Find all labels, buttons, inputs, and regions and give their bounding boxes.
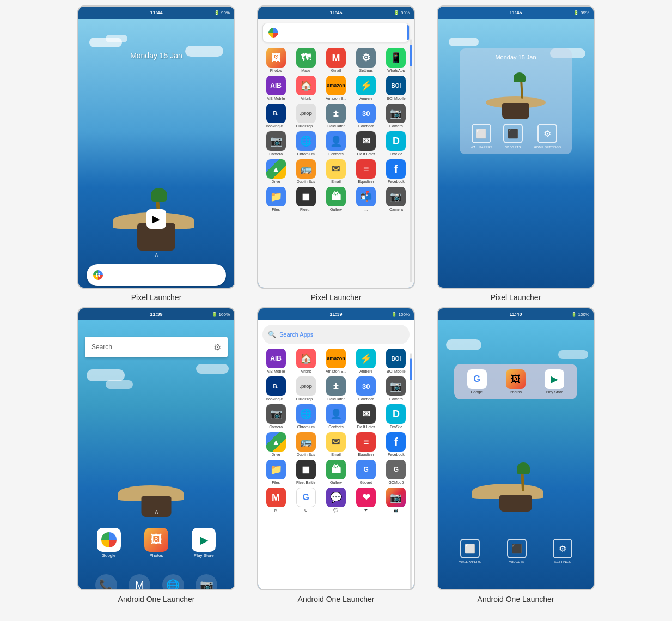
gboard-item[interactable]: GGboard [353, 460, 380, 484]
app-files[interactable]: 📁Files [262, 187, 289, 211]
dock-photos[interactable]: 🖼 Photos [144, 528, 168, 558]
contacts-item[interactable]: 👤Contacts [322, 404, 349, 429]
app-buildprop[interactable]: .propBuildProp... [292, 104, 319, 128]
app-whatsapp[interactable]: 📱WhatsApp [383, 48, 410, 72]
fleet-item[interactable]: ◼Fleet Battle [292, 460, 319, 484]
app-boi[interactable]: BOIBOI Mobile [383, 76, 410, 100]
widgets-action[interactable]: ⬛ WIDGETS [503, 124, 523, 149]
widgets-icon-6: ⬛ [507, 539, 527, 558]
time-6: 11:40 [509, 312, 522, 317]
facebook-item[interactable]: fFacebook [383, 432, 410, 456]
battery-icon-2: 🔋 [394, 10, 399, 15]
dock-google[interactable]: Google [97, 528, 121, 558]
status-bar-5: 11:39 🔋 100% [258, 308, 414, 320]
google-search-bar-1[interactable]: G [87, 264, 226, 286]
app-booking[interactable]: B.Booking.c... [262, 104, 289, 128]
ampere-item[interactable]: ⚡Ampere [353, 349, 380, 373]
folder-playstore[interactable]: ▶ Play Store [537, 369, 572, 394]
gallery-item[interactable]: 🏔Gallery [322, 460, 349, 484]
play-store-home[interactable]: ▶ [146, 209, 166, 229]
home-settings-action[interactable]: ⚙ HOME SETTINGS [534, 124, 561, 149]
app-dublinbus[interactable]: 🚌Dublin Bus [292, 159, 319, 184]
gcmod-item[interactable]: GGCMod5 [383, 460, 410, 484]
settings-action-6[interactable]: ⚙ SETTINGS [553, 539, 572, 563]
app-doitlater[interactable]: ✉Do It Later [353, 131, 380, 156]
widgets-action-6[interactable]: ⬛ WIDGETS [507, 539, 527, 563]
folder-google[interactable]: G Google [460, 369, 494, 394]
phone-android-one-context: 11:40 🔋 100% G Google [431, 307, 600, 604]
bottom-dock-4: 📞 M 🌐 📷 [78, 574, 234, 590]
app-chromium[interactable]: 🌐Chromium [292, 131, 319, 156]
app-calendar[interactable]: 30Calendar [353, 104, 380, 128]
app-maps[interactable]: 🗺Maps [292, 48, 319, 72]
app-photos[interactable]: 🖼Photos [262, 48, 289, 72]
app-calculator[interactable]: ±Calculator [322, 104, 349, 128]
email-item[interactable]: ✉Email [322, 432, 349, 456]
wallpapers-action-6[interactable]: ⬜ WALLPAPERS [459, 539, 481, 563]
app-gmail[interactable]: MGmail [322, 48, 349, 72]
app-camera2[interactable]: 📷Camera [262, 131, 289, 156]
calc-item[interactable]: ±Calculator [322, 376, 349, 401]
app-gallery[interactable]: 🏔Gallery [322, 187, 349, 211]
equaliser-item[interactable]: ≡Equaliser [353, 432, 380, 456]
app-fleet[interactable]: ◼Fleet... [292, 187, 319, 211]
app-equaliser[interactable]: ≡Equaliser [353, 159, 380, 184]
camera2-item[interactable]: 📷Camera [262, 404, 289, 429]
wallpapers-action[interactable]: ⬜ WALLPAPERS [471, 124, 492, 149]
dublinbus-item[interactable]: 🚌Dublin Bus [292, 432, 319, 456]
doitlater-item[interactable]: ✉Do It Later [353, 404, 380, 429]
folder-photos[interactable]: 🖼 Photos [498, 369, 533, 394]
aib-icon-5: AIB [266, 349, 286, 368]
app-drive[interactable]: ▲Drive [262, 159, 289, 184]
app-facebook[interactable]: fFacebook [383, 159, 410, 184]
amazon-item[interactable]: amazonAmazon S... [322, 349, 349, 373]
phone-dock-icon[interactable]: 📞 [95, 574, 117, 590]
phone-android-one-drawer: 11:39 🔋 100% 🔍 Search Apps AIBAIB Mobile… [252, 307, 420, 604]
camera-dock-icon[interactable]: 📷 [196, 574, 217, 590]
app-airbnb[interactable]: 🏠Airbnb [292, 76, 319, 100]
app-aib[interactable]: AIBAIB Mobile [262, 76, 289, 100]
folder-photos-label: Photos [510, 390, 522, 394]
context-date: Monday 15 Jan [465, 54, 566, 60]
drawer-search-bar[interactable] [262, 23, 410, 42]
app-camera[interactable]: 📷Camera [383, 104, 410, 128]
chrome-dock-icon[interactable]: 🌐 [162, 574, 184, 590]
gear-icon-4[interactable]: ⚙ [213, 342, 221, 352]
small-cliff [502, 103, 529, 119]
drastic-item[interactable]: DDraStic [383, 404, 410, 429]
camera-item[interactable]: 📷Camera [383, 376, 410, 401]
app-contacts[interactable]: 👤Contacts [322, 131, 349, 156]
app-drastic[interactable]: DDraStic [383, 131, 410, 156]
app-amazon[interactable]: amazonAmazon S... [322, 76, 349, 100]
gmail-item[interactable]: MM [262, 488, 289, 513]
battery-percent-1: 99% [221, 10, 230, 15]
search-widget-4[interactable]: Search ⚙ [85, 337, 228, 357]
boi-item[interactable]: BOIBOI Mobile [383, 349, 410, 373]
app-camera3[interactable]: 📷Camera [383, 187, 410, 211]
chat-item[interactable]: 💬💬 [322, 488, 349, 513]
folder-playstore-label: Play Store [546, 390, 563, 394]
instagram-item[interactable]: 📷📷 [383, 488, 410, 513]
app-gboard[interactable]: 📬... [353, 187, 380, 211]
calendar-item[interactable]: 30Calendar [353, 376, 380, 401]
aib-item[interactable]: AIBAIB Mobile [262, 349, 289, 373]
android-search-bar[interactable]: 🔍 Search Apps [262, 325, 410, 344]
app-ampere[interactable]: ⚡Ampere [353, 76, 380, 100]
app-settings[interactable]: ⚙Settings [353, 48, 380, 72]
app-email[interactable]: ✉Email [322, 159, 349, 184]
airbnb-item[interactable]: 🏠Airbnb [292, 349, 319, 373]
pixel-context-bg: Monday 15 Jan ⬜ WALLPAPERS [438, 19, 594, 289]
gmail-dock-icon[interactable]: M [129, 574, 150, 590]
dock-playstore[interactable]: ▶ Play Store [192, 528, 216, 558]
battery-percent-6: 100% [578, 312, 589, 317]
files-icon-5: 📁 [266, 460, 286, 479]
cloud-4b [106, 380, 133, 389]
buildprop-item[interactable]: .propBuildProp... [292, 376, 319, 401]
google-item[interactable]: GG [292, 488, 319, 513]
hearts-item[interactable]: ❤❤ [353, 488, 380, 513]
files-item[interactable]: 📁Files [262, 460, 289, 484]
booking-item[interactable]: B.Booking.c... [262, 376, 289, 401]
drive-item[interactable]: ▲Drive [262, 432, 289, 456]
chromium-item[interactable]: 🌐Chromium [292, 404, 319, 429]
gboard-icon: 📬 [356, 187, 376, 206]
